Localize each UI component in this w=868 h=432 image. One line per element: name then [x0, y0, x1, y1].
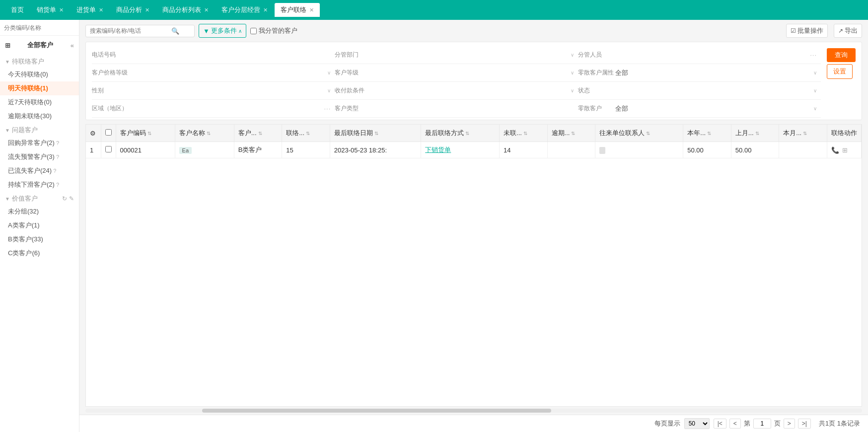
status-select[interactable]: ∨ [615, 88, 817, 93]
nav-product-list-close[interactable]: ✕ [204, 7, 209, 13]
sidebar-item-repurchase[interactable]: 回购异常客户(2) ? [0, 136, 79, 150]
next-page-button[interactable]: > [784, 419, 795, 429]
main-search-input[interactable] [90, 27, 169, 34]
th-checkbox[interactable] [101, 125, 116, 142]
settings-button[interactable]: 设置 [827, 64, 853, 79]
more-filter-button[interactable]: ▼ 更多条件 ∧ [199, 24, 246, 38]
export-button[interactable]: ↗ 导出 [834, 24, 862, 38]
last-page-button[interactable]: >| [798, 419, 811, 429]
th-action-label: 联络动作 [831, 129, 857, 137]
region-input[interactable]: ··· [129, 105, 331, 112]
sidebar-item-today[interactable]: 今天待联络(0) [0, 68, 79, 81]
sidebar-item-overdue[interactable]: 逾期未联络(30) [0, 109, 79, 123]
nav-customer-contact[interactable]: 客户联络 ✕ [275, 3, 320, 17]
th-uncontacted[interactable]: 未联... ⇅ [500, 125, 548, 142]
my-customers-checkbox[interactable] [250, 28, 257, 34]
sidebar-all-customers[interactable]: ⊞ 全部客户 « [0, 38, 79, 53]
main-search-box: 🔍 [85, 25, 195, 37]
pagination-nav: |< < 第 页 > >| [714, 419, 811, 429]
gender-select[interactable]: ∨ [129, 88, 331, 93]
nav-purchase-close[interactable]: ✕ [99, 7, 103, 13]
th-this-month[interactable]: 本月... ⇅ [779, 125, 827, 142]
action-phone-icon[interactable]: 📞 [831, 146, 839, 154]
sidebar-group-problem[interactable]: ▼ 问题客户 [0, 123, 79, 136]
query-button[interactable]: 查询 [827, 48, 856, 62]
sidebar-item-churned[interactable]: 已流失客户(24) ? [0, 164, 79, 178]
page-number-input[interactable] [753, 419, 771, 429]
retail-select[interactable]: 全部 ∨ [615, 104, 817, 113]
last-method-link[interactable]: 下销货单 [425, 146, 451, 153]
price-level-select[interactable]: ∨ [129, 70, 331, 75]
nav-sales-order[interactable]: 销货单 ✕ [31, 3, 70, 17]
th-settings[interactable]: ⚙ [86, 125, 101, 142]
edit-icon[interactable]: ✎ [69, 195, 74, 202]
nav-customer-contact-close[interactable]: ✕ [309, 7, 314, 13]
select-all-checkbox[interactable] [105, 129, 112, 136]
th-overdue[interactable]: 逾期... ⇅ [547, 125, 595, 142]
row-last-method-cell[interactable]: 下销货单 [421, 142, 500, 158]
page-size-select[interactable]: 50 100 200 [684, 418, 710, 429]
help-icon-4[interactable]: ? [56, 182, 59, 188]
sidebar-item-class-b[interactable]: B类客户(33) [0, 232, 79, 246]
nav-purchase-order[interactable]: 进货单 ✕ [71, 3, 109, 17]
th-contact-count[interactable]: 联络... ⇅ [282, 125, 330, 142]
help-icon-1[interactable]: ? [56, 140, 59, 146]
row-checkbox-cell[interactable] [101, 142, 116, 158]
row-last-month-cell: 50.00 [731, 142, 779, 158]
action-more-icon[interactable]: ⊞ [842, 146, 848, 154]
collapse-sidebar-icon[interactable]: « [71, 42, 74, 49]
settings-icon[interactable]: ⚙ [90, 130, 96, 137]
main-search-icon[interactable]: 🔍 [171, 27, 179, 35]
th-name[interactable]: 客户名称 ⇅ [175, 125, 234, 142]
help-icon-2[interactable]: ? [56, 154, 59, 160]
first-page-button[interactable]: |< [714, 419, 726, 429]
nav-product-analysis[interactable]: 商品分析 ✕ [110, 3, 155, 17]
nav-product-analysis-close[interactable]: ✕ [145, 7, 149, 13]
sidebar-item-class-c[interactable]: C类客户(6) [0, 246, 79, 260]
data-table: ⚙ 客户编码 ⇅ 客户名称 [86, 125, 862, 158]
row-checkbox[interactable] [105, 146, 112, 152]
sidebar-item-class-a[interactable]: A类客户(1) [0, 218, 79, 232]
retail-attr-select[interactable]: 全部 ∨ [615, 69, 817, 77]
filter-grid: 电话号码 分管部门 ∨ 分管人员 [92, 46, 821, 118]
batch-operation-button[interactable]: ☑ 批量操作 [786, 24, 828, 38]
manager-ellipsis[interactable]: ··· [810, 51, 817, 59]
manager-input[interactable]: ··· [615, 51, 817, 59]
sidebar-item-tomorrow[interactable]: 明天待联络(1) [0, 81, 79, 95]
sidebar-item-churn-warning[interactable]: 流失预警客户(3) ? [0, 150, 79, 164]
sidebar-search-input[interactable] [4, 24, 78, 31]
batch-checkbox-icon: ☑ [791, 27, 796, 34]
sidebar-item-ungrouped[interactable]: 未分组(32) [0, 205, 79, 218]
th-type[interactable]: 客户... ⇅ [234, 125, 282, 142]
sidebar-group-pending[interactable]: ▼ 待联络客户 [0, 55, 79, 68]
payment-select[interactable]: ∨ [372, 88, 574, 93]
filter-status: 状态 ∨ [578, 82, 821, 100]
nav-customer-tier[interactable]: 客户分层经营 ✕ [216, 3, 274, 17]
th-last-contact-date[interactable]: 最后联络日期 ⇅ [330, 125, 421, 142]
nav-customer-tier-close[interactable]: ✕ [263, 7, 268, 13]
region-ellipsis[interactable]: ··· [324, 105, 331, 112]
sidebar-item-7days[interactable]: 近7天待联络(0) [0, 95, 79, 109]
help-icon-3[interactable]: ? [53, 168, 56, 174]
scrollbar-thumb[interactable] [202, 409, 552, 413]
th-this-year[interactable]: 本年... ⇅ [683, 125, 731, 142]
horizontal-scrollbar[interactable] [85, 409, 862, 413]
th-last-month[interactable]: 上月... ⇅ [731, 125, 779, 142]
th-contact-person[interactable]: 往来单位联系人 ⇅ [595, 125, 683, 142]
repurchase-label: 回购异常客户(2) [8, 139, 55, 147]
export-label: 导出 [845, 26, 858, 35]
filter-dept: 分管部门 ∨ [335, 46, 578, 64]
sidebar-item-declining[interactable]: 持续下滑客户(2) ? [0, 178, 79, 192]
dept-select[interactable]: ∨ [372, 52, 574, 58]
customer-level-select[interactable]: ∨ [372, 70, 574, 75]
my-customers-checkbox-wrapper[interactable]: 我分管的客户 [250, 26, 297, 35]
th-overdue-label: 逾期... [552, 129, 570, 138]
th-last-contact-method[interactable]: 最后联络方式 ⇅ [421, 125, 500, 142]
refresh-icon[interactable]: ↻ [62, 195, 67, 202]
prev-page-button[interactable]: < [729, 419, 741, 429]
th-code[interactable]: 客户编码 ⇅ [116, 125, 175, 142]
nav-sales-close[interactable]: ✕ [59, 7, 64, 13]
sidebar-group-value[interactable]: ▼ 价值客户 ↻ ✎ [0, 192, 79, 205]
nav-product-analysis-list[interactable]: 商品分析列表 ✕ [156, 3, 215, 17]
nav-home[interactable]: 首页 [5, 3, 30, 17]
